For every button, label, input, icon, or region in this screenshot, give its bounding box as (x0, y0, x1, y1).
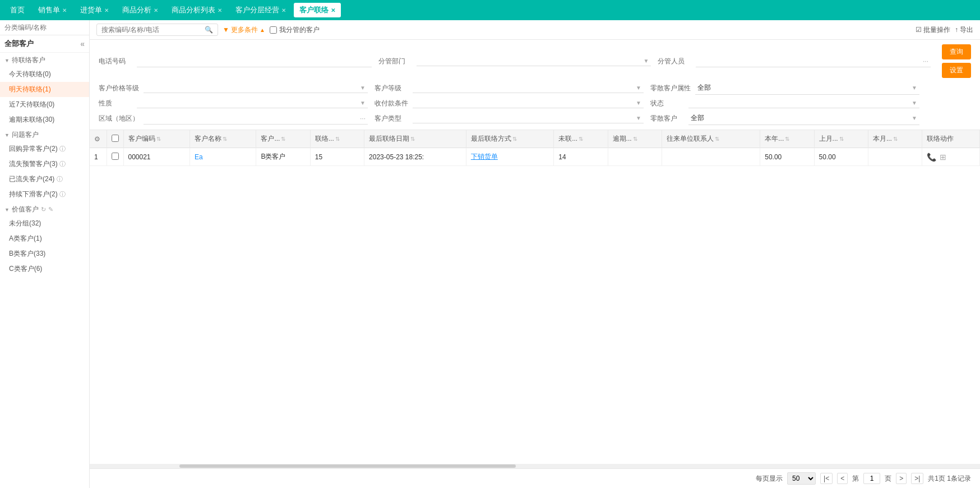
sort-icon-person[interactable]: ⇅ (715, 136, 719, 142)
nav-close-customer-contact[interactable]: ✕ (331, 7, 335, 13)
filter-row-2: 客户价格等级 ▼ 客户等级 ▼ 零散客户属性 全部 (99, 81, 971, 95)
sidebar-item-abnormal-repurchase[interactable]: 回购异常客户(2) ⓘ (0, 141, 89, 156)
sort-icon-method[interactable]: ⇅ (512, 136, 517, 142)
sort-icon-contact[interactable]: ⇅ (335, 136, 340, 142)
sort-icon-month[interactable]: ⇅ (893, 136, 898, 142)
col-actions: 联络动作 (922, 130, 980, 148)
more-conditions-btn[interactable]: ▼ 更多条件 ▲ (223, 25, 265, 35)
filter-retail-customer-select[interactable]: 全部 ▼ (688, 112, 919, 125)
nav-close-product-analysis-list[interactable]: ✕ (218, 7, 222, 13)
sidebar-search-input[interactable] (4, 24, 89, 31)
nav-product-analysis[interactable]: 商品分析 ✕ (117, 3, 164, 17)
search-input[interactable] (101, 26, 202, 34)
row-checkbox[interactable] (112, 153, 119, 160)
status-chevron-icon: ▼ (912, 100, 917, 106)
my-customers-checkbox[interactable] (270, 26, 277, 34)
sort-icon-code[interactable]: ⇅ (156, 136, 161, 142)
sidebar-item-overdue[interactable]: 逾期未联络(30) (0, 112, 89, 127)
col-gear[interactable]: ⚙ (90, 130, 107, 148)
sort-icon-date[interactable]: ⇅ (410, 136, 415, 142)
filter-region-label: 区域（地区） (99, 114, 139, 123)
table-header-row: ⚙ 客户编码⇅ 客户名称⇅ 客户...⇅ 联络...⇅ 最后联络日期⇅ 最后联络… (90, 130, 980, 148)
table-row: 1 000021 Ea B类客户 15 2023-05-23 18:25: 下销… (90, 148, 980, 166)
first-page-btn[interactable]: |< (820, 473, 833, 484)
search-icon[interactable]: 🔍 (205, 26, 213, 34)
filter-price-level: 客户价格等级 ▼ (99, 83, 368, 93)
filter-status: 状态 ▼ (650, 98, 919, 108)
settings-btn[interactable]: 设置 (942, 63, 971, 78)
sidebar-item-churn-warning[interactable]: 流失预警客户(3) ⓘ (0, 156, 89, 172)
contact-method-link[interactable]: 下销货单 (471, 153, 498, 160)
table-footer: 每页显示 50 100 200 |< < 第 页 > >| 共1页 1条记录 (90, 468, 980, 488)
filter-row-3: 性质 ▼ 收付款条件 ▼ 状态 (99, 98, 971, 108)
sidebar-item-class-b[interactable]: B类客户(33) (0, 246, 89, 261)
sort-icon-uncontacted[interactable]: ⇅ (579, 136, 583, 142)
col-last-month: 上月...⇅ (814, 130, 868, 148)
nav-close-customer-tiering[interactable]: ✕ (281, 7, 286, 13)
col-contact-count: 联络...⇅ (310, 130, 364, 148)
sidebar-item-today-pending[interactable]: 今天待联络(0) (0, 67, 89, 82)
sidebar-item-churned[interactable]: 已流失客户(24) ⓘ (0, 172, 89, 187)
gear-icon[interactable]: ⚙ (94, 135, 100, 143)
nav-close-sales[interactable]: ✕ (62, 7, 67, 13)
row-uncontacted: 14 (554, 148, 608, 166)
sidebar-section-pending: 待联络客户 (0, 53, 89, 67)
filter-customer-type-select[interactable]: ▼ (413, 113, 644, 123)
nav-customer-contact[interactable]: 客户联络 ✕ (294, 3, 341, 17)
query-btn[interactable]: 查询 (942, 44, 971, 59)
row-customer-name[interactable]: Ea (189, 148, 256, 166)
horizontal-scrollbar[interactable] (90, 464, 980, 468)
filter-status-select[interactable]: ▼ (688, 98, 919, 108)
export-btn[interactable]: ↑ 导出 (955, 25, 973, 35)
filter-region: 区域（地区） ··· (99, 113, 368, 125)
per-page-select[interactable]: 50 100 200 (787, 472, 816, 485)
grid-icon[interactable]: ⊞ (940, 153, 946, 162)
sort-icon-overdue[interactable]: ⇅ (633, 136, 637, 142)
filter-retail-attr-select[interactable]: 全部 ▼ (695, 81, 919, 95)
next-page-btn[interactable]: > (896, 473, 907, 484)
prev-page-btn[interactable]: < (837, 473, 848, 484)
row-last-contact-method[interactable]: 下销货单 (466, 148, 553, 166)
filter-price-level-select[interactable]: ▼ (144, 83, 368, 93)
sidebar-item-tomorrow-pending[interactable]: 明天待联络(1) (0, 82, 89, 97)
nav-close-purchase[interactable]: ✕ (104, 7, 109, 13)
my-customers-checkbox-label[interactable]: 我分管的客户 (270, 25, 320, 35)
region-ellipsis[interactable]: ··· (360, 114, 366, 122)
page-input[interactable] (863, 473, 880, 484)
sidebar-item-ungrouped[interactable]: 未分组(32) (0, 216, 89, 231)
phone-icon[interactable]: 📞 (927, 153, 936, 162)
nav-close-product-analysis[interactable]: ✕ (154, 7, 158, 13)
scrollbar-thumb[interactable] (179, 464, 516, 468)
nav-purchase[interactable]: 进货单 ✕ (75, 3, 114, 17)
sort-icon-type[interactable]: ⇅ (281, 136, 285, 142)
export-icon: ↑ (955, 26, 958, 34)
sidebar-item-7days-pending[interactable]: 近7天待联络(0) (0, 97, 89, 112)
filter-customer-level-select[interactable]: ▼ (413, 83, 644, 93)
last-page-btn[interactable]: >| (911, 473, 923, 484)
sidebar-collapse-icon[interactable]: « (80, 39, 85, 48)
filter-phone-input[interactable] (137, 56, 372, 67)
row-last-month: 50.00 (814, 148, 868, 166)
sort-icon-name[interactable]: ⇅ (223, 136, 227, 142)
nav-product-analysis-list[interactable]: 商品分析列表 ✕ (166, 3, 228, 17)
nav-customer-tiering[interactable]: 客户分层经营 ✕ (230, 3, 292, 17)
retail-attr-chevron-icon: ▼ (912, 85, 917, 91)
filter-dept-select[interactable]: ▼ (417, 56, 651, 66)
filter-payment-terms-select[interactable]: ▼ (413, 98, 644, 108)
nav-home[interactable]: 首页 (4, 3, 30, 17)
sort-icon-last-month[interactable]: ⇅ (839, 136, 844, 142)
nav-sales[interactable]: 销售单 ✕ (33, 3, 72, 17)
batch-action-btn[interactable]: ☑ 批量操作 (916, 25, 950, 35)
manager-ellipsis[interactable]: ··· (923, 57, 928, 65)
customer-table: ⚙ 客户编码⇅ 客户名称⇅ 客户...⇅ 联络...⇅ 最后联络日期⇅ 最后联络… (90, 130, 980, 166)
sort-icon-year[interactable]: ⇅ (785, 136, 789, 142)
query-buttons: 查询 设置 (942, 44, 971, 78)
filter-row-1: 电话号码 分管部门 ▼ 分管人员 ··· 查询 (99, 44, 971, 78)
sidebar-item-class-a[interactable]: A类客户(1) (0, 231, 89, 246)
sidebar-item-class-c[interactable]: C类客户(6) (0, 261, 89, 277)
sidebar-all-customers[interactable]: 全部客户 « (0, 35, 89, 53)
select-all-checkbox[interactable] (112, 135, 119, 142)
filter-retail-customer-label: 零散客户 (650, 114, 684, 123)
filter-nature-select[interactable]: ▼ (137, 98, 368, 108)
sidebar-item-declining[interactable]: 持续下滑客户(2) ⓘ (0, 187, 89, 202)
